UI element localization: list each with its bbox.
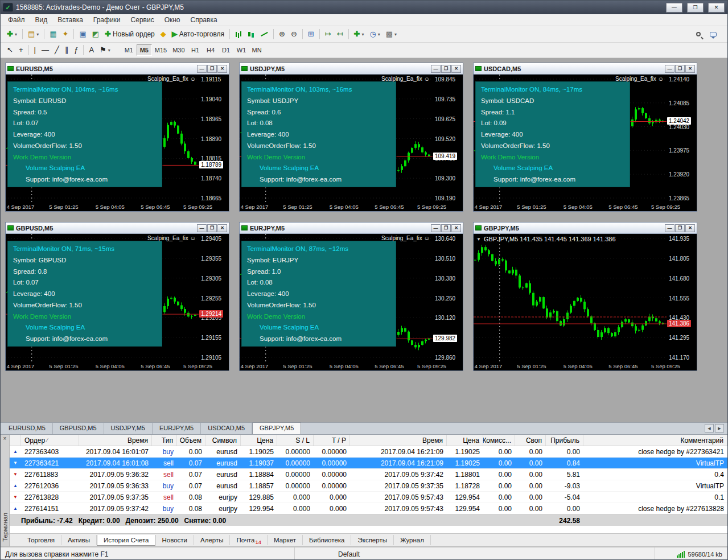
collapse-arrow-icon[interactable]: ▼	[476, 237, 481, 242]
chart-close-button[interactable]: ✕	[451, 224, 461, 232]
periods-button[interactable]: ◷▾	[367, 28, 382, 40]
chart-restore-button[interactable]: ❐	[675, 224, 685, 232]
chart-tab-GBPJPYM5[interactable]: GBPJPY,M5	[252, 422, 301, 434]
column-header-comment[interactable]: Комментарий	[583, 435, 727, 446]
chart-close-button[interactable]: ✕	[451, 65, 461, 73]
history-row[interactable]: ▲2276120362017.09.05 9:36:33buy0.07eurus…	[10, 480, 727, 492]
chart-restore-button[interactable]: ❐	[441, 65, 451, 73]
history-row[interactable]: ▲2273634032017.09.04 16:01:07buy0.00euru…	[10, 446, 727, 458]
crosshair-button[interactable]: +	[16, 44, 26, 56]
column-header-close_time[interactable]: Время	[350, 435, 447, 446]
navigator-button[interactable]: ✦	[60, 28, 72, 40]
menu-Графики[interactable]: Графики	[88, 15, 126, 25]
line-chart-button[interactable]	[258, 32, 271, 36]
terminal-tab-Алерты[interactable]: Алерты	[194, 535, 230, 545]
menu-Вид[interactable]: Вид	[30, 15, 53, 25]
chart-restore-button[interactable]: ❐	[675, 65, 685, 73]
history-row[interactable]: ▲2276141512017.09.05 9:37:42buy0.08eurjp…	[10, 503, 727, 514]
history-row[interactable]: ▼2276118832017.09.05 9:36:32sell0.07euru…	[10, 469, 727, 480]
column-header-open_time[interactable]: Время	[79, 435, 152, 446]
tab-scroll-left-button[interactable]: ◀	[705, 424, 714, 433]
tile-windows-button[interactable]: ⊞	[305, 28, 317, 40]
terminal-tab-Маркет[interactable]: Маркет	[268, 535, 303, 545]
menu-Файл[interactable]: Файл	[3, 15, 30, 25]
terminal-panel-button[interactable]: ▣	[76, 28, 89, 40]
candlestick-chart-button[interactable]	[245, 30, 258, 38]
timeframe-D1[interactable]: D1	[219, 44, 234, 56]
chart-minimize-button[interactable]: —	[197, 65, 207, 73]
chart-close-button[interactable]: ✕	[685, 65, 695, 73]
timeframe-M5[interactable]: M5	[137, 44, 152, 56]
market-watch-button[interactable]: ▦	[47, 28, 59, 40]
column-header-profit[interactable]: Прибыль	[546, 435, 583, 446]
chat-button[interactable]	[707, 30, 719, 39]
fibonacci-button[interactable]: ƒ	[71, 44, 81, 56]
horizontal-line-button[interactable]: —	[39, 44, 52, 56]
chart-tab-USDCADM5[interactable]: USDCAD,M5	[201, 423, 252, 434]
zoom-out-button[interactable]: ⊖	[288, 28, 300, 40]
zoom-in-button[interactable]: ⊕	[276, 28, 288, 40]
templates-button[interactable]: ▩▾	[383, 28, 400, 40]
terminal-tab-Активы[interactable]: Активы	[61, 535, 97, 545]
search-button[interactable]	[693, 30, 704, 38]
timeframe-W1[interactable]: W1	[234, 44, 249, 56]
close-button[interactable]: ✕	[708, 3, 725, 13]
new-order-button[interactable]: ✚Новый ордер	[102, 28, 158, 40]
terminal-tab-Эксперты[interactable]: Эксперты	[351, 535, 393, 545]
chart-restore-button[interactable]: ❐	[207, 224, 217, 232]
column-header-type[interactable]: Тип	[152, 435, 177, 446]
timeframe-H1[interactable]: H1	[188, 44, 203, 56]
column-header-swap[interactable]: Своп	[515, 435, 546, 446]
column-header-order[interactable]: Ордер∕	[21, 435, 79, 446]
chart-tab-GBPUSDM5[interactable]: GBPUSD,M5	[53, 423, 104, 434]
menu-Сервис[interactable]: Сервис	[126, 15, 159, 25]
tab-scroll-right-button[interactable]: ▶	[715, 424, 724, 433]
vertical-line-button[interactable]: |	[31, 44, 39, 56]
terminal-tab-Библиотека[interactable]: Библиотека	[303, 535, 352, 545]
text-button[interactable]: A	[86, 44, 97, 56]
timeframe-MN[interactable]: MN	[249, 44, 265, 56]
chart-close-button[interactable]: ✕	[685, 224, 695, 232]
menu-Вставка[interactable]: Вставка	[52, 15, 88, 25]
arrows-button[interactable]: ⚑▾	[97, 44, 113, 56]
new-chart-button[interactable]: ✚▾	[4, 28, 20, 40]
column-header-commission[interactable]: Комисс...	[483, 435, 515, 446]
menu-Окно[interactable]: Окно	[159, 15, 186, 25]
history-row[interactable]: ▼2273634212017.09.04 16:01:08sell0.07eur…	[10, 458, 727, 469]
chart-tab-EURUSDM5[interactable]: EURUSD,M5	[2, 423, 53, 434]
timeframe-M1[interactable]: M1	[121, 44, 137, 56]
chart-minimize-button[interactable]: —	[197, 224, 207, 232]
maximize-button[interactable]: ❐	[687, 3, 704, 13]
auto-scroll-button[interactable]: ↦	[322, 28, 334, 40]
chart-shift-button[interactable]: ↤	[334, 28, 346, 40]
terminal-tab-Журнал[interactable]: Журнал	[394, 535, 431, 545]
minimize-button[interactable]: —	[666, 3, 682, 13]
chart-minimize-button[interactable]: —	[665, 65, 674, 73]
indicators-button[interactable]: ✚▾	[351, 28, 367, 40]
chart-minimize-button[interactable]: —	[431, 65, 441, 73]
profiles-button[interactable]: ▤▾	[25, 28, 42, 40]
chart-close-button[interactable]: ✕	[217, 65, 227, 73]
terminal-close-button[interactable]: ×	[3, 435, 7, 442]
terminal-tab-Торговля[interactable]: Торговля	[21, 535, 61, 545]
terminal-tab-Новости[interactable]: Новости	[155, 535, 194, 545]
chart-restore-button[interactable]: ❐	[441, 224, 451, 232]
column-header-symbol[interactable]: Символ	[205, 435, 241, 446]
status-profile[interactable]: Default	[295, 547, 655, 560]
chart-restore-button[interactable]: ❐	[207, 65, 217, 73]
column-header-open_price[interactable]: Цена	[241, 435, 277, 446]
column-header-sl[interactable]: S / L	[277, 435, 314, 446]
chart-close-button[interactable]: ✕	[217, 224, 227, 232]
terminal-tab-История Счета[interactable]: История Счета	[97, 535, 156, 546]
chart-minimize-button[interactable]: —	[665, 224, 674, 232]
cursor-button[interactable]: ↖	[4, 44, 16, 56]
bar-chart-button[interactable]	[232, 30, 245, 39]
column-header-close_price[interactable]: Цена	[447, 435, 483, 446]
timeframe-M30[interactable]: M30	[170, 44, 187, 56]
timeframe-M15[interactable]: M15	[152, 44, 170, 56]
chart-tab-USDJPYM5[interactable]: USDJPY,M5	[104, 423, 153, 434]
column-header-volume[interactable]: Объем	[177, 435, 205, 446]
menu-Справка[interactable]: Справка	[186, 15, 223, 25]
history-row[interactable]: ▼2276138282017.09.05 9:37:35sell0.08eurj…	[10, 492, 727, 503]
autotrading-button[interactable]: ▶Авто-торговля	[169, 28, 227, 40]
